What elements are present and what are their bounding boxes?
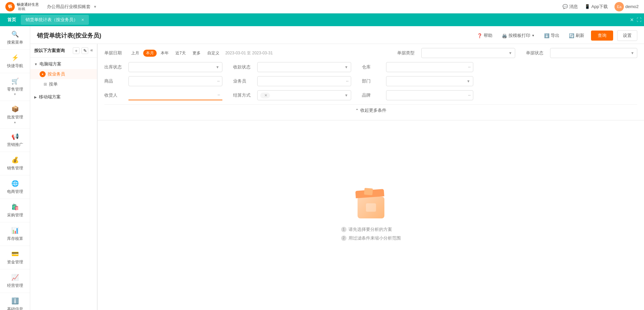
filter-row-1: 单据日期 上月 本月 本年 近7天 更多 自定义 2023-03-01 至 20… [104, 48, 637, 58]
date-tab-more[interactable]: 更多 [190, 50, 203, 57]
sidebar-item-marketing[interactable]: 📢 营销推广 [0, 128, 30, 152]
page-header: 销货单统计表(按业务员) ❓ 帮助 🖨️ 按模板打印 ▼ ⬇️ 导出 🔄 刷 [30, 26, 644, 44]
order-status-label: 单据状态 [526, 50, 546, 56]
print-dropdown-icon: ▼ [532, 34, 535, 37]
sidebar-item-purchase[interactable]: 🛍️ 采购管理 [0, 199, 30, 222]
salesperson-control[interactable]: ··· [257, 76, 351, 86]
warehouse-more-icon: ··· [468, 64, 470, 70]
box-body [358, 197, 384, 218]
header-left: 畅 畅捷通好生意 标账 办公用品行业模拟账套 ▼ [5, 2, 97, 11]
product-more-icon: ··· [217, 78, 219, 84]
app-download-button[interactable]: 📱 App下载 [585, 4, 608, 10]
top-header: 畅 畅捷通好生意 标账 办公用品行业模拟账套 ▼ 💬 消息 📱 App下载 Ea… [0, 0, 644, 13]
marketing-icon: 📢 [11, 133, 19, 141]
brand-control[interactable]: ··· [386, 90, 473, 100]
payment-method-tag: ✕ [260, 93, 270, 98]
date-tab-this-year[interactable]: 本年 [158, 50, 171, 57]
sidebar-item-sales[interactable]: 💰 销售管理 [0, 152, 30, 175]
order-type-control[interactable]: ▼ [421, 48, 515, 58]
message-button[interactable]: 💬 消息 [562, 4, 578, 10]
user-profile[interactable]: Ea demo2 [614, 2, 639, 11]
tab-close-icon[interactable]: ✕ [81, 18, 84, 22]
receiver-control[interactable]: ··· [128, 90, 222, 100]
refresh-icon: 🔄 [569, 33, 574, 38]
sidebar-label-finance: 资金管理 [7, 259, 23, 265]
dropdown-arrow-icon[interactable]: ▼ [93, 5, 97, 9]
left-panel-header: 按以下方案查询 + ✎ « [30, 44, 97, 58]
payment-method-control[interactable]: ✕ ▼ [257, 90, 351, 100]
tab-sales-stats[interactable]: 销货单统计表（按业务员） ✕ [21, 15, 89, 25]
sidebar-item-search-menu[interactable]: 🔍 搜索菜单 [0, 26, 30, 50]
sidebar-item-finance[interactable]: 💳 资金管理 [0, 246, 30, 269]
empty-illustration [351, 188, 391, 218]
collapse-button[interactable]: ⌃ 收起更多条件 [355, 107, 386, 113]
sidebar-item-ecommerce[interactable]: 🌐 电商管理 [0, 175, 30, 199]
salesperson-label: 业务员 [233, 78, 253, 84]
tab-maximize-icon[interactable]: ⛶ [637, 17, 641, 22]
settings-button[interactable]: 设置 [617, 30, 637, 41]
template-print-button[interactable]: 🖨️ 按模板打印 ▼ [499, 31, 537, 40]
content-area: 销货单统计表(按业务员) ❓ 帮助 🖨️ 按模板打印 ▼ ⬇️ 导出 🔄 刷 [30, 26, 644, 310]
scheme-label-order: 按单 [49, 81, 58, 87]
sidebar-item-quick-nav[interactable]: ⚡ 快捷导航 [0, 50, 30, 73]
sidebar: 🔍 搜索菜单 ⚡ 快捷导航 🛒 零售管理 ▼ 📦 批发管理 ▲ 📢 营销推广 💰… [0, 26, 30, 310]
basic-icon: ℹ️ [11, 297, 19, 305]
tab-home[interactable]: 首页 [3, 15, 21, 25]
sales-icon: 💰 [11, 156, 19, 164]
desktop-group-label: 电脑端方案 [40, 61, 61, 67]
sidebar-label-quick-nav: 快捷导航 [7, 63, 23, 69]
tab-close-all-icon[interactable]: ✕ [630, 17, 634, 22]
sidebar-item-wholesale[interactable]: 📦 批发管理 ▲ [0, 101, 30, 129]
product-label: 商品 [104, 78, 124, 84]
refresh-button[interactable]: 🔄 刷新 [566, 31, 587, 40]
tab-home-label: 首页 [7, 17, 16, 23]
date-tab-last7days[interactable]: 近7天 [173, 50, 189, 57]
mobile-triangle-icon: ▶ [34, 95, 37, 99]
out-stock-label: 出库状态 [104, 64, 124, 70]
filter-row-3: 商品 ··· 业务员 ··· 部门 ▼ [104, 76, 637, 86]
empty-tip-1: 1 请先选择要分析的方案 [341, 225, 401, 234]
department-control[interactable]: ▼ [386, 76, 473, 86]
sidebar-item-inventory[interactable]: 📊 库存核算 [0, 222, 30, 246]
message-icon: 💬 [562, 4, 568, 9]
query-button[interactable]: 查询 [591, 31, 613, 41]
warehouse-label: 仓库 [362, 64, 382, 70]
main-layout: 🔍 搜索菜单 ⚡ 快捷导航 🛒 零售管理 ▼ 📦 批发管理 ▲ 📢 营销推广 💰… [0, 26, 644, 310]
add-scheme-button[interactable]: + [73, 47, 79, 54]
date-tab-custom[interactable]: 自定义 [205, 50, 222, 57]
tip-num-1: 1 [341, 227, 346, 232]
department-label: 部门 [362, 78, 382, 84]
help-button[interactable]: ❓ 帮助 [474, 31, 495, 40]
triangle-icon: ▼ [34, 62, 38, 66]
download-icon: 📱 [585, 4, 590, 9]
panel-collapse-button[interactable]: « [90, 47, 93, 54]
edit-scheme-button[interactable]: ✎ [82, 47, 88, 54]
payment-method-dropdown-icon: ▼ [344, 93, 348, 97]
left-panel: 按以下方案查询 + ✎ « ▼ 电脑端方案 [30, 44, 97, 310]
receipt-status-control[interactable]: ▼ [257, 62, 351, 72]
receipt-status-label: 收款状态 [233, 64, 253, 70]
date-tab-last-month[interactable]: 上月 [128, 50, 142, 57]
sidebar-item-basic[interactable]: ℹ️ 基础信息 [0, 293, 30, 310]
order-type-label: 单据类型 [397, 50, 417, 56]
sidebar-label-purchase: 采购管理 [7, 212, 23, 218]
order-icon: ⊞ [44, 82, 47, 87]
desktop-group-header[interactable]: ▼ 电脑端方案 [30, 59, 97, 69]
out-stock-control[interactable]: ▼ [128, 62, 222, 72]
order-status-control[interactable]: ▼ [550, 48, 637, 58]
date-tab-this-month[interactable]: 本月 [143, 50, 157, 57]
export-button[interactable]: ⬇️ 导出 [541, 31, 562, 40]
left-panel-actions: + ✎ « [73, 47, 93, 54]
sidebar-item-retail[interactable]: 🛒 零售管理 ▼ [0, 73, 30, 101]
sidebar-label-marketing: 营销推广 [7, 142, 23, 148]
warehouse-control[interactable]: ··· [386, 62, 473, 72]
scheme-by-salesperson[interactable]: ● 按业务员 [30, 69, 97, 79]
product-control[interactable]: ··· [128, 76, 222, 86]
payment-method-clear-icon[interactable]: ✕ [264, 93, 267, 98]
help-icon: ❓ [477, 33, 482, 38]
collapse-label: 收起更多条件 [360, 107, 386, 113]
sidebar-item-operations[interactable]: 📈 经营管理 [0, 269, 30, 293]
mobile-group-header[interactable]: ▶ 移动端方案 [30, 92, 97, 102]
logo-icon: 畅 [5, 2, 15, 11]
scheme-by-order[interactable]: ⊞ 按单 [30, 79, 97, 89]
